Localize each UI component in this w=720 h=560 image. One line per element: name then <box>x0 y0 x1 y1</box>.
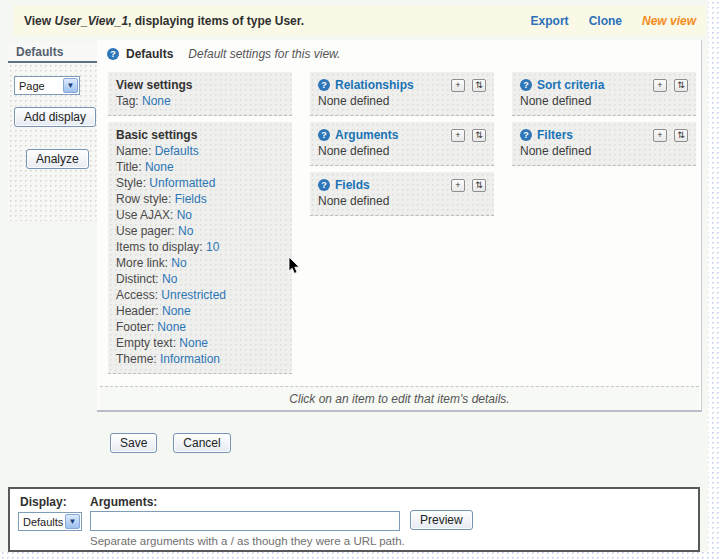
page-title: View User_View_1, displaying items of ty… <box>24 14 304 28</box>
help-icon[interactable]: ? <box>318 79 330 91</box>
view-name: User_View_1 <box>54 14 128 28</box>
preview-display-select[interactable]: Defaults ▼ <box>18 512 82 531</box>
filters-box: ? Filters + ⇅ None defined <box>512 122 696 166</box>
arguments-empty-text: None defined <box>318 143 486 159</box>
add-display-button[interactable]: Add display <box>14 107 96 127</box>
export-link[interactable]: Export <box>531 14 569 28</box>
chevron-down-icon: ▼ <box>63 78 78 93</box>
setting-row-use-ajax: Use AJAX: No <box>116 207 284 223</box>
help-icon[interactable]: ? <box>318 179 330 191</box>
setting-row-title: Title: None <box>116 159 284 175</box>
empty-text-value-link[interactable]: None <box>179 336 208 350</box>
add-icon-button[interactable]: + <box>451 129 465 142</box>
display-type-select[interactable]: Page ▼ <box>14 76 80 95</box>
display-header: ? Defaults Default settings for this vie… <box>97 40 701 61</box>
tag-value-link[interactable]: None <box>142 94 171 108</box>
fields-title-link[interactable]: Fields <box>335 177 370 193</box>
filters-title-link[interactable]: Filters <box>537 127 573 143</box>
edit-hint: Click on an item to edit that item's det… <box>100 386 699 410</box>
rearrange-icon-button[interactable]: ⇅ <box>674 79 688 92</box>
analyze-button[interactable]: Analyze <box>26 149 89 169</box>
add-icon-button[interactable]: + <box>653 79 667 92</box>
form-actions: Save Cancel <box>110 433 231 453</box>
filters-empty-text: None defined <box>520 143 688 159</box>
use-pager-value-link[interactable]: No <box>178 224 193 238</box>
arguments-title-link[interactable]: Arguments <box>335 127 398 143</box>
rearrange-icon-button[interactable]: ⇅ <box>472 79 486 92</box>
footer-value-link[interactable]: None <box>157 320 186 334</box>
row-style-value-link[interactable]: Fields <box>175 192 207 206</box>
relationships-empty-text: None defined <box>318 93 486 109</box>
header-value-link[interactable]: None <box>162 304 191 318</box>
setting-row-name: Name: Defaults <box>116 143 284 159</box>
help-icon[interactable]: ? <box>318 129 330 141</box>
title-value-link[interactable]: None <box>145 160 174 174</box>
setting-row-theme: Theme: Information <box>116 351 284 367</box>
display-tabs-sidebar: Defaults Page ▼ Add display Analyze <box>8 42 97 221</box>
use-ajax-value-link[interactable]: No <box>177 208 192 222</box>
setting-row-footer: Footer: None <box>116 319 284 335</box>
preview-button[interactable]: Preview <box>410 510 473 530</box>
clone-link[interactable]: Clone <box>589 14 622 28</box>
display-header-title: Defaults <box>126 47 173 61</box>
items-to-display-value-link[interactable]: 10 <box>206 240 219 254</box>
tab-defaults[interactable]: Defaults <box>8 42 97 63</box>
sort-criteria-title-link[interactable]: Sort criteria <box>537 77 604 93</box>
setting-row-style: Style: Unformatted <box>116 175 284 191</box>
view-title-bar: View User_View_1, displaying items of ty… <box>14 5 706 36</box>
display-type-selected-value: Page <box>19 80 45 92</box>
rearrange-icon-button[interactable]: ⇅ <box>472 179 486 192</box>
rearrange-icon-button[interactable]: ⇅ <box>472 129 486 142</box>
setting-row-row-style: Row style: Fields <box>116 191 284 207</box>
setting-row-access: Access: Unrestricted <box>116 287 284 303</box>
add-icon-button[interactable]: + <box>451 179 465 192</box>
rearrange-icon-button[interactable]: ⇅ <box>674 129 688 142</box>
arguments-label: Arguments: <box>90 495 157 509</box>
save-button[interactable]: Save <box>110 433 157 453</box>
distinct-value-link[interactable]: No <box>162 272 177 286</box>
fields-box: ? Fields + ⇅ None defined <box>310 172 494 216</box>
fields-empty-text: None defined <box>318 193 486 209</box>
relationships-title-link[interactable]: Relationships <box>335 77 414 93</box>
setting-row-distinct: Distinct: No <box>116 271 284 287</box>
preview-display-selected-value: Defaults <box>23 516 63 528</box>
sort-criteria-empty-text: None defined <box>520 93 688 109</box>
sidebar-body: Page ▼ Add display Analyze <box>8 63 97 221</box>
name-value-link[interactable]: Defaults <box>155 144 199 158</box>
new-view-link[interactable]: New view <box>642 14 696 28</box>
style-value-link[interactable]: Unformatted <box>149 176 215 190</box>
more-link-value-link[interactable]: No <box>171 256 186 270</box>
chevron-down-icon: ▼ <box>65 514 80 529</box>
setting-row-more-link: More link: No <box>116 255 284 271</box>
setting-row-use-pager: Use pager: No <box>116 223 284 239</box>
add-icon-button[interactable]: + <box>653 129 667 142</box>
view-settings-box: View settings Tag: None <box>108 72 292 116</box>
display-header-subtitle: Default settings for this view. <box>188 47 340 61</box>
arguments-input[interactable] <box>90 511 400 531</box>
help-icon[interactable]: ? <box>107 48 119 60</box>
cancel-button[interactable]: Cancel <box>173 433 230 453</box>
arguments-box: ? Arguments + ⇅ None defined <box>310 122 494 166</box>
help-icon[interactable]: ? <box>520 129 532 141</box>
live-preview-panel: Display: Arguments: Defaults ▼ Preview S… <box>8 487 700 552</box>
setting-row-tag: Tag: None <box>116 93 284 109</box>
help-icon[interactable]: ? <box>520 79 532 91</box>
view-settings-title: View settings <box>116 77 192 93</box>
display-settings-panel: ? Defaults Default settings for this vie… <box>97 40 702 412</box>
setting-row-items-to-display: Items to display: 10 <box>116 239 284 255</box>
basic-settings-title: Basic settings <box>116 127 197 143</box>
relationships-box: ? Relationships + ⇅ None defined <box>310 72 494 116</box>
display-label: Display: <box>20 495 67 509</box>
setting-row-empty-text: Empty text: None <box>116 335 284 351</box>
access-value-link[interactable]: Unrestricted <box>161 288 226 302</box>
setting-row-header: Header: None <box>116 303 284 319</box>
add-icon-button[interactable]: + <box>451 79 465 92</box>
basic-settings-box: Basic settings Name: Defaults Title: Non… <box>108 122 292 374</box>
theme-value-link[interactable]: Information <box>160 352 220 366</box>
arguments-help-text: Separate arguments with a / as though th… <box>90 535 405 547</box>
sort-criteria-box: ? Sort criteria + ⇅ None defined <box>512 72 696 116</box>
